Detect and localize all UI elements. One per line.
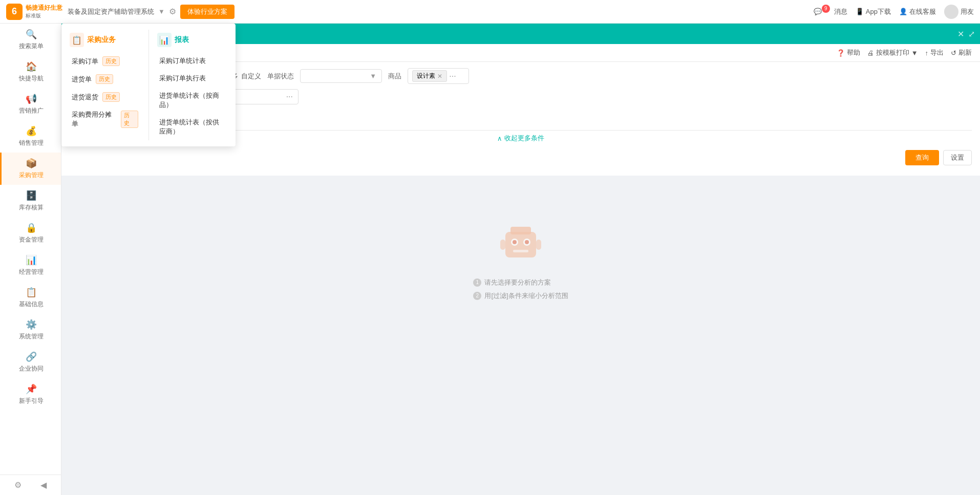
service-label: 在线客服 (909, 7, 936, 16)
inbound-stats-goods-label: 进货单统计表（按商品） (159, 91, 226, 110)
sidebar-item-inventory[interactable]: 🗄️ 库存核算 (0, 185, 61, 217)
query-btn[interactable]: 查询 (905, 150, 939, 165)
menu-item-inbound-stats-goods[interactable]: 进货单统计表（按商品） (157, 87, 228, 114)
empty-illustration (495, 217, 546, 268)
logo-text: 畅捷通好生意 标准版 (26, 4, 62, 19)
print-btn[interactable]: 🖨 按模板打印 ▼ (867, 48, 918, 57)
purchase-biz-icon: 📋 (70, 33, 84, 47)
sidebar-label-search: 搜索菜单 (19, 42, 44, 51)
purchase-expense-label: 采购费用分摊单 (72, 110, 117, 128)
sidebar-item-guide[interactable]: 📌 新手引导 (0, 378, 61, 411)
menu-col-purchase-biz: 📋 采购业务 采购订单 历史 进货单 历史 进货退货 历史 采购费用分摊单 (70, 30, 140, 140)
logo-area: 6 畅捷通好生意 标准版 (6, 4, 68, 20)
export-btn[interactable]: ↑ 导出 (925, 48, 944, 57)
menu-col-reports: 📊 报表 采购订单统计表 采购订单执行表 进货单统计表（按商品） 进货单统计表（… (157, 30, 228, 140)
logo-icon: 6 (6, 4, 23, 20)
tip-text-1: 请先选择要分析的方案 (484, 276, 551, 289)
logo-sub-text: 标准版 (26, 12, 62, 19)
sidebar-collapse-btn[interactable]: ◀ (40, 480, 47, 490)
dropdown-arrow-icon[interactable]: ▼ (158, 8, 165, 15)
cooperation-icon: 🔗 (26, 351, 37, 362)
collapse-label: 收起更多条件 (504, 134, 544, 143)
goods-label: 商品 (388, 72, 401, 81)
notification-item[interactable]: 💬 9 消息 (814, 7, 847, 16)
order-stats-label: 采购订单统计表 (159, 56, 206, 66)
settings-icon[interactable]: ⚙ (169, 7, 176, 16)
menu-item-order-exec[interactable]: 采购订单执行表 (157, 70, 228, 87)
sidebar-item-system[interactable]: ⚙️ 系统管理 (0, 314, 61, 346)
tip-num-1: 1 (473, 278, 481, 287)
sidebar-label-cooperation: 企业协同 (19, 364, 44, 373)
menu-item-inbound-stats-supplier[interactable]: 进货单统计表（按供应商） (157, 114, 228, 140)
goods-tag: 设计素 ✕ (412, 70, 447, 82)
inbound-label: 进货单 (72, 75, 92, 84)
doc-status-select[interactable]: ▼ (300, 69, 382, 83)
tab-close-all-btn[interactable]: ✕ (957, 29, 964, 39)
sidebar-item-marketing[interactable]: 📢 营销推广 (0, 88, 61, 120)
app-download-item[interactable]: 📱 App下载 (856, 7, 891, 16)
sidebar-item-search[interactable]: 🔍 搜索菜单 (0, 24, 61, 56)
print-arrow-icon: ▼ (911, 49, 918, 57)
tab-expand-btn[interactable]: ⤢ (968, 29, 975, 39)
service-icon: 👤 (899, 8, 907, 15)
goods-tag-text: 设计素 (417, 72, 435, 80)
goods-tag-close[interactable]: ✕ (437, 73, 442, 80)
settings-btn[interactable]: 设置 (943, 150, 972, 165)
industry-btn[interactable]: 体验行业方案 (180, 5, 235, 19)
operations-icon: 📊 (26, 254, 37, 266)
date-custom-btn[interactable]: 自定义 (241, 72, 261, 81)
sidebar-settings-btn[interactable]: ⚙ (14, 480, 22, 490)
sidebar-label-finance: 资金管理 (19, 235, 44, 244)
refresh-icon: ↺ (951, 49, 956, 57)
system-title-area: 装备及固定资产辅助管理系统 ▼ ⚙ 体验行业方案 (68, 5, 814, 19)
collapse-icon: ∧ (497, 135, 502, 142)
reports-title: 报表 (175, 35, 189, 45)
goods-more-btn[interactable]: ··· (449, 72, 456, 81)
header-right: 💬 9 消息 📱 App下载 👤 在线客服 用友 (814, 5, 974, 19)
inbound-return-label: 进货退货 (72, 93, 98, 102)
menu-col-divider (148, 30, 149, 140)
svg-rect-0 (505, 232, 536, 257)
sidebar-item-purchase[interactable]: 📦 采购管理 (0, 153, 61, 185)
menu-item-inbound[interactable]: 进货单 历史 (70, 70, 140, 88)
help-btn[interactable]: ❓ 帮助 (837, 48, 860, 57)
logo-main-text: 畅捷通好生意 (26, 4, 62, 12)
sidebar-label-system: 系统管理 (19, 332, 44, 341)
user-label: 用友 (961, 7, 974, 16)
menu-col-purchase-header: 📋 采购业务 (70, 30, 140, 52)
message-label: 消息 (834, 7, 847, 16)
menu-item-purchase-expense[interactable]: 采购费用分摊单 历史 (70, 106, 140, 133)
refresh-btn[interactable]: ↺ 刷新 (951, 48, 972, 57)
tab-right-actions: ✕ ⤢ (957, 29, 980, 39)
sidebar-item-operations[interactable]: 📊 经营管理 (0, 249, 61, 282)
purchase-dropdown-menu: 📋 采购业务 采购订单 历史 进货单 历史 进货退货 历史 采购费用分摊单 (61, 24, 236, 146)
export-icon: ↑ (925, 49, 929, 57)
menu-item-inbound-return[interactable]: 进货退货 历史 (70, 88, 140, 106)
sidebar-label-basic-info: 基础信息 (19, 300, 44, 309)
menu-item-purchase-order[interactable]: 采购订单 历史 (70, 52, 140, 70)
svg-point-4 (513, 240, 517, 244)
inbound-stats-supplier-label: 进货单统计表（按供应商） (159, 118, 226, 136)
inbound-history: 历史 (96, 74, 113, 84)
sidebar-label-marketing: 营销推广 (19, 106, 44, 115)
inventory-icon: 🗄️ (26, 190, 37, 201)
sidebar-label-purchase: 采购管理 (19, 171, 44, 180)
sidebar-item-basic-info[interactable]: 📋 基础信息 (0, 282, 61, 314)
inbound-return-history: 历史 (102, 92, 120, 102)
online-service-item[interactable]: 👤 在线客服 (899, 7, 936, 16)
app-download-label: App下载 (866, 7, 891, 16)
sidebar-item-sales[interactable]: 💰 销售管理 (0, 120, 61, 153)
user-item[interactable]: 用友 (944, 5, 974, 19)
sidebar-item-finance[interactable]: 🔒 资金管理 (0, 217, 61, 249)
menu-item-order-stats[interactable]: 采购订单统计表 (157, 52, 228, 70)
avatar (944, 5, 958, 19)
system-icon: ⚙️ (26, 319, 37, 330)
tip-num-2: 2 (473, 292, 481, 300)
sidebar-item-quick-nav[interactable]: 🏠 快捷导航 (0, 56, 61, 88)
search-icon: 🔍 (26, 29, 37, 40)
svg-rect-8 (536, 240, 541, 250)
menu-col-reports-header: 📊 报表 (157, 30, 228, 52)
home-icon: 🏠 (26, 61, 37, 72)
sidebar-label-operations: 经营管理 (19, 268, 44, 276)
sidebar-item-cooperation[interactable]: 🔗 企业协同 (0, 346, 61, 378)
